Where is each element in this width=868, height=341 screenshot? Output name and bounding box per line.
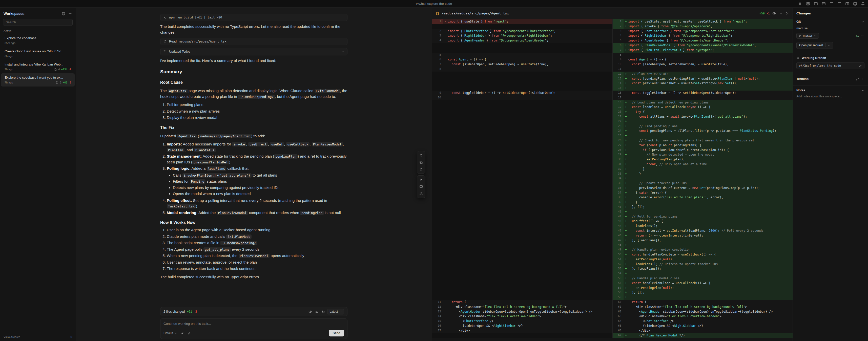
- pause-icon[interactable]: [798, 2, 802, 6]
- expand-terminal-icon[interactable]: [856, 78, 859, 81]
- inline-code: pendingPlan: [300, 211, 324, 215]
- workspace-title: Install and integrate Vibe Kanban Web...: [5, 62, 71, 66]
- settings-icon[interactable]: [61, 12, 66, 16]
- diff-row: 20+ try {: [432, 110, 793, 114]
- send-button[interactable]: Send: [329, 330, 344, 336]
- workspace-time: 7h ago: [5, 68, 13, 71]
- copy-icon[interactable]: [418, 159, 424, 166]
- search-input[interactable]: [6, 21, 70, 24]
- tool-call-chip[interactable]: Updated Todos: [160, 48, 347, 55]
- inline-code: PlanReviewModal: [312, 142, 343, 147]
- more-options-icon[interactable]: [861, 34, 864, 37]
- diff-row: 22+: [432, 119, 793, 124]
- chat-heading: How It Works Now: [160, 220, 347, 226]
- diff-row: 12+ // Plan review state: [432, 71, 793, 76]
- columns-icon[interactable]: [814, 2, 818, 6]
- git-section: Git medusa master ↑1 Open pull r: [793, 18, 868, 53]
- message-composer[interactable]: Default Send: [160, 318, 347, 339]
- commits-ahead-badge: ↑1: [856, 34, 859, 37]
- inline-code: ~/.medusa/pending/: [220, 241, 257, 245]
- grid-icon[interactable]: [806, 2, 810, 6]
- app-window: vk/3ccf-explore-the-code Workspaces Acti…: [0, 0, 868, 341]
- titlebar-actions: [798, 0, 865, 7]
- diff-row: 43+ useEffect(() => {: [432, 219, 793, 224]
- list-item: The response is written back and the hoo…: [167, 266, 347, 272]
- diff-row: 811: [432, 67, 793, 71]
- sidebar-title: Workspaces: [4, 12, 59, 16]
- file-icon[interactable]: [418, 166, 424, 173]
- play-icon[interactable]: [418, 176, 424, 183]
- diff-row: 27+ for (const plan of pendingPlans) {: [432, 143, 793, 148]
- diff-row: 59+: [432, 295, 793, 300]
- panel-bottom-icon[interactable]: [837, 2, 841, 6]
- bell-icon[interactable]: [861, 2, 865, 6]
- notes-placeholder[interactable]: Add notes about this workspace...: [793, 94, 868, 99]
- workspace-item[interactable]: Explore the codebase35m ago: [1, 34, 75, 47]
- list-icon[interactable]: [315, 310, 319, 313]
- window-title: vk/3ccf-explore-the-code: [416, 2, 452, 6]
- list-item: Poll for pending plans: [167, 102, 347, 108]
- terminal-section-header[interactable]: Terminal: [793, 75, 868, 83]
- attach-icon[interactable]: [181, 331, 184, 335]
- rows-icon[interactable]: [822, 2, 826, 6]
- diff-row: 14+ const previousPlanIdsRef = useRef<Se…: [432, 81, 793, 86]
- open-pull-request-button[interactable]: Open pull request: [796, 42, 833, 49]
- inline-code: medusa/src/pages/Agent.tsx: [199, 134, 251, 138]
- model-selector[interactable]: Default: [163, 331, 178, 335]
- panel-right-icon[interactable]: [845, 2, 849, 6]
- diff-content[interactable]: 1-import { useState } from "react";1+imp…: [432, 19, 793, 341]
- chevron-down-icon: [339, 310, 342, 313]
- tool-text: medusa/src/pages/Agent.tsx: [179, 39, 226, 44]
- eye-icon[interactable]: [308, 310, 312, 313]
- diff-row: 29+ // New plan detected — open the moda…: [432, 152, 793, 157]
- diff-file-path: /medusa/medusa/src/pages/Agent.tsx: [442, 11, 509, 15]
- tool-label: Read: [169, 39, 177, 44]
- repo-name: medusa: [793, 26, 868, 32]
- view-archive-link[interactable]: View Archive: [4, 335, 20, 338]
- working-branch-field[interactable]: vk/3ccf-explore-the-code: [796, 62, 864, 69]
- search-box[interactable]: [3, 19, 73, 26]
- diff-row: 17 </div>66 </div>: [432, 328, 793, 333]
- diff-row: 25+: [432, 133, 793, 138]
- list-item: State management: Added state for tracki…: [167, 154, 347, 165]
- workspace-item[interactable]: Install and integrate Vibe Kanban Web...…: [1, 60, 75, 73]
- chevron-up-icon[interactable]: [779, 12, 782, 15]
- diff-row: 15 <ChatInterface />64 <ChatInterface />: [432, 319, 793, 323]
- file-icon: [54, 68, 57, 71]
- todos-icon: [163, 50, 167, 53]
- new-workspace-icon[interactable]: [68, 12, 72, 16]
- notes-section-header[interactable]: Notes: [793, 87, 868, 94]
- monitor-icon[interactable]: [418, 183, 424, 190]
- chat-scroll-area[interactable]: npm run build 2>&1 | tail -80The build c…: [76, 8, 432, 307]
- latest-dropdown[interactable]: Latest: [327, 309, 344, 314]
- edit-icon[interactable]: [187, 331, 191, 335]
- branch-selector[interactable]: master: [796, 33, 819, 39]
- diff-row: 45+ const interval = setInterval(loadPla…: [432, 228, 793, 233]
- chevron-down-icon[interactable]: [861, 20, 864, 24]
- eye-icon[interactable]: [772, 12, 776, 15]
- inline-code: Agent.tsx: [168, 89, 188, 93]
- panel-left-icon[interactable]: [830, 2, 834, 6]
- diff-row: 23+ // Find pending plans: [432, 124, 793, 129]
- diff-row: 54+: [432, 271, 793, 276]
- chevron-down-icon[interactable]: [861, 89, 864, 92]
- undo-icon[interactable]: [322, 310, 325, 313]
- workspace-item[interactable]: Explore the codebase I want you to ex...…: [1, 73, 75, 87]
- git-branch-icon: [799, 34, 801, 37]
- message-input[interactable]: [163, 322, 344, 326]
- close-icon[interactable]: [785, 12, 789, 15]
- commit-icon: [796, 56, 800, 60]
- diff-row: 28+ if (!previousPlanIdsRef.current.has(…: [432, 148, 793, 153]
- tool-call-chip[interactable]: Readmedusa/src/pages/Agent.tsx: [160, 38, 347, 45]
- diff-row: 51+ setPendingPlan(null);: [432, 257, 793, 262]
- files-changed-bar[interactable]: 2 files changed +61 -3 Latest: [160, 307, 347, 316]
- unfold-icon[interactable]: [418, 152, 424, 159]
- monitor-icon[interactable]: [853, 2, 857, 6]
- chevron-down-icon[interactable]: [341, 50, 344, 53]
- edit-branch-icon[interactable]: [859, 64, 862, 67]
- fork-icon[interactable]: [418, 190, 424, 197]
- tool-call-chip[interactable]: npm run build 2>&1 | tail -80: [160, 14, 347, 21]
- new-terminal-icon[interactable]: [861, 78, 864, 81]
- git-section-header[interactable]: Git: [793, 18, 868, 26]
- workspace-item[interactable]: Create Good First Issues on Github So ..…: [1, 47, 75, 60]
